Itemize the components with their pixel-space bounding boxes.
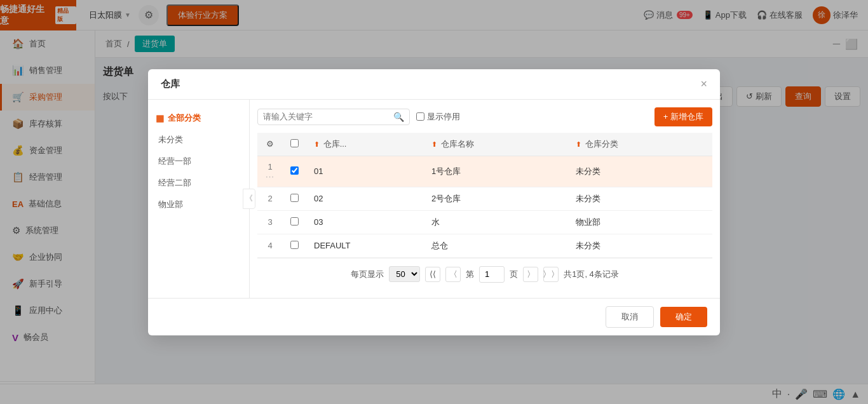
row-num: 4 — [257, 234, 283, 257]
page-label: 第 — [466, 269, 474, 280]
row-checkbox[interactable] — [290, 217, 299, 226]
warehouse-table-wrap: ⚙ ⬆ 仓库... ⬆ — [257, 133, 712, 258]
prev-page-icon: 〈 — [449, 269, 458, 280]
row-category: 未分类 — [568, 234, 712, 257]
category-all-header[interactable]: ▦ 全部分类 — [148, 107, 249, 129]
pagination-prev-button[interactable]: 〈 — [445, 267, 461, 282]
page-number-input[interactable] — [479, 266, 505, 283]
first-page-icon: ⟨⟨ — [430, 269, 436, 279]
pagination-last-button[interactable]: 〉〉 — [543, 267, 559, 282]
row-checkbox[interactable] — [290, 194, 299, 202]
table-row[interactable]: 3 03 水 物业部 — [257, 210, 712, 234]
show-disabled-checkbox[interactable] — [416, 112, 424, 121]
per-page-label: 每页显示 — [351, 269, 384, 280]
row-num: 3 — [257, 210, 283, 234]
row-num: 2 — [257, 187, 283, 210]
modal-header: 仓库 × — [148, 69, 720, 100]
row-name: 1号仓库 — [424, 156, 568, 187]
row-checkbox-cell — [283, 187, 306, 210]
search-icon[interactable]: 🔍 — [393, 112, 404, 122]
sort-name-icon: ⬆ — [431, 140, 437, 148]
category-label-unclassified: 未分类 — [158, 135, 183, 144]
last-page-icon: 〉〉 — [543, 269, 559, 280]
show-disabled-checkbox-label[interactable]: 显示停用 — [416, 111, 460, 123]
row-name: 2号仓库 — [424, 187, 568, 210]
sort-category-icon: ⬆ — [576, 140, 581, 148]
pagination-first-button[interactable]: ⟨⟨ — [425, 267, 440, 282]
col-name-label: 仓库名称 — [441, 139, 474, 149]
cancel-button[interactable]: 取消 — [606, 306, 654, 328]
row-checkbox[interactable] — [290, 241, 299, 249]
category-label-property: 物业部 — [158, 199, 183, 209]
col-code[interactable]: ⬆ 仓库... — [306, 133, 424, 156]
table-header-row: ⚙ ⬆ 仓库... ⬆ — [257, 133, 712, 156]
grid-icon: ▦ — [156, 113, 164, 123]
category-label-ops1: 经营一部 — [158, 156, 191, 166]
per-page-select[interactable]: 50 — [389, 266, 420, 282]
category-label-ops2: 经营二部 — [158, 178, 191, 187]
category-item-ops2[interactable]: 经营二部 — [148, 172, 249, 194]
search-input-wrap: 🔍 — [257, 109, 410, 125]
row-category: 物业部 — [568, 210, 712, 234]
modal-close-button[interactable]: × — [700, 78, 707, 90]
row-code: DEFAULT — [306, 234, 424, 257]
modal-overlay[interactable]: 仓库 × ▦ 全部分类 未分类 经营一部 经营二部 — [0, 0, 868, 404]
table-row[interactable]: 2 02 2号仓库 未分类 — [257, 187, 712, 210]
col-code-label: 仓库... — [323, 139, 347, 149]
next-page-icon: 〉 — [527, 269, 535, 280]
row-name: 水 — [424, 210, 568, 234]
pagination-next-button[interactable]: 〉 — [523, 267, 538, 282]
table-area: 🔍 显示停用 + 新增仓库 ⚙ — [250, 100, 720, 298]
select-all-checkbox[interactable] — [290, 139, 299, 147]
category-all-label: 全部分类 — [168, 112, 201, 124]
collapse-icon: 《 — [245, 193, 253, 204]
modal-footer: 取消 确定 — [148, 298, 720, 335]
category-item-unclassified[interactable]: 未分类 — [148, 129, 249, 151]
row-code: 03 — [306, 210, 424, 234]
category-collapse-button[interactable]: 《 — [243, 189, 255, 209]
row-dots: ··· — [266, 172, 275, 181]
sort-code-icon: ⬆ — [314, 140, 320, 148]
col-name[interactable]: ⬆ 仓库名称 — [424, 133, 568, 156]
col-gear: ⚙ — [257, 133, 283, 156]
confirm-button[interactable]: 确定 — [660, 307, 707, 327]
category-item-property[interactable]: 物业部 — [148, 194, 249, 215]
show-disabled-label: 显示停用 — [427, 111, 460, 123]
col-checkbox — [283, 133, 306, 156]
gear-col-icon: ⚙ — [266, 139, 274, 149]
warehouse-table: ⚙ ⬆ 仓库... ⬆ — [257, 133, 712, 258]
row-name: 总仓 — [424, 234, 568, 257]
table-row[interactable]: 4 DEFAULT 总仓 未分类 — [257, 234, 712, 257]
col-category[interactable]: ⬆ 仓库分类 — [568, 133, 712, 156]
row-checkbox[interactable] — [290, 166, 299, 175]
modal-body: ▦ 全部分类 未分类 经营一部 经营二部 物业部 《 — [148, 100, 720, 298]
table-toolbar: 🔍 显示停用 + 新增仓库 — [257, 107, 712, 126]
category-sidebar: ▦ 全部分类 未分类 经营一部 经营二部 物业部 《 — [148, 100, 250, 298]
total-info: 共1页, 4条记录 — [564, 269, 619, 280]
row-num: 1 ··· — [257, 156, 283, 187]
row-code: 02 — [306, 187, 424, 210]
row-checkbox-cell — [283, 156, 306, 187]
modal-title: 仓库 — [161, 78, 180, 90]
row-category: 未分类 — [568, 156, 712, 187]
search-input[interactable] — [263, 112, 390, 121]
table-row[interactable]: 1 ··· 01 1号仓库 未分类 — [257, 156, 712, 187]
category-item-ops1[interactable]: 经营一部 — [148, 151, 249, 172]
row-checkbox-cell — [283, 234, 306, 257]
row-checkbox-cell — [283, 210, 306, 234]
row-category: 未分类 — [568, 187, 712, 210]
warehouse-modal: 仓库 × ▦ 全部分类 未分类 经营一部 经营二部 — [148, 69, 720, 335]
col-category-label: 仓库分类 — [585, 139, 618, 149]
row-code: 01 — [306, 156, 424, 187]
page-unit: 页 — [510, 269, 518, 280]
new-warehouse-button[interactable]: + 新增仓库 — [654, 107, 712, 126]
pagination: 每页显示 50 ⟨⟨ 〈 第 页 〉 — [257, 258, 712, 290]
